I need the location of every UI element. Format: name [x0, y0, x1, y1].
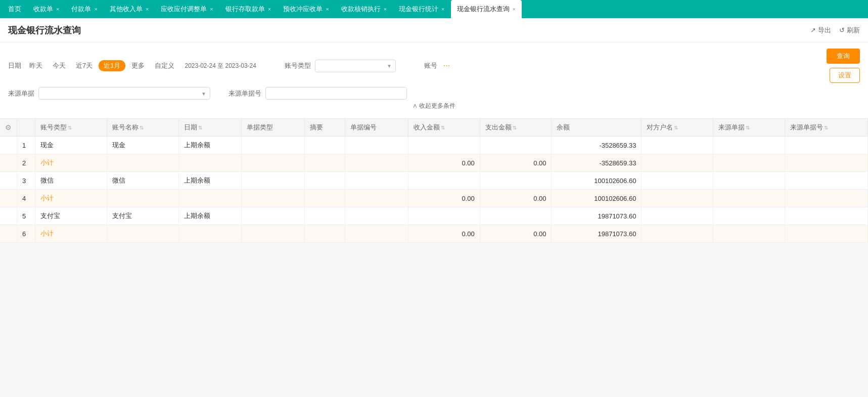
nav-cash-stats[interactable]: 现金银行统计 × — [393, 0, 450, 18]
nav-bank-deposit[interactable]: 银行存取款单 × — [219, 0, 277, 18]
collapse-row[interactable]: ∧ 收起更多条件 — [8, 100, 860, 112]
cell-doc-no — [345, 172, 408, 190]
close-icon[interactable]: × — [210, 6, 213, 12]
close-icon[interactable]: × — [94, 6, 97, 12]
cell-no: 6 — [17, 225, 35, 243]
cell-no: 1 — [17, 137, 35, 154]
col-account-type[interactable]: 账号类型⇅ — [35, 119, 107, 137]
cell-doc-type — [242, 190, 305, 207]
cell-expense — [480, 137, 552, 154]
cell-summary — [304, 137, 345, 154]
close-icon[interactable]: × — [268, 6, 271, 12]
filter-row-2: 来源单据 来源单据号 — [8, 87, 860, 100]
account-label: 账号 — [424, 61, 437, 70]
cell-settings — [0, 137, 17, 154]
query-button[interactable]: 查询 — [827, 49, 860, 64]
cell-date: 上期余额 — [178, 207, 242, 225]
cell-date — [178, 154, 242, 172]
close-icon[interactable]: × — [56, 6, 59, 12]
cell-date: 上期余额 — [178, 172, 242, 190]
filter-area: 日期 昨天 今天 近7天 近1月 更多 自定义 2023-02-24 至 202… — [0, 42, 868, 119]
cell-settings — [0, 207, 17, 225]
col-source-doc-no[interactable]: 来源单据号⇅ — [785, 119, 867, 137]
source-doc-label: 来源单据 — [8, 89, 34, 98]
cell-expense: 0.00 — [480, 154, 552, 172]
cell-account-type: 现金 — [35, 137, 107, 154]
cell-income — [408, 207, 480, 225]
account-type-select-wrapper — [315, 60, 396, 72]
cell-account-type: 小计 — [35, 225, 107, 243]
cell-expense: 0.00 — [480, 190, 552, 207]
nav-cash-flow[interactable]: 现金银行流水查询 × — [451, 0, 522, 18]
date-option-custom[interactable]: 自定义 — [151, 60, 178, 71]
chevron-up-icon: ∧ — [413, 102, 418, 109]
export-button[interactable]: ↗ 导出 — [810, 26, 831, 35]
gear-icon[interactable]: ⚙ — [5, 123, 12, 131]
col-account-name[interactable]: 账号名称⇅ — [107, 119, 178, 137]
nav-receipt[interactable]: 收款单 × — [27, 0, 65, 18]
cell-source-doc-no — [785, 190, 867, 207]
col-source-doc[interactable]: 来源单据⇅ — [713, 119, 785, 137]
nav-collection[interactable]: 收款核销执行 × — [335, 0, 393, 18]
cell-source-doc-no — [785, 154, 867, 172]
nav-other-income[interactable]: 其他收入单 × — [104, 0, 155, 18]
cell-balance: 100102606.60 — [552, 190, 642, 207]
page-title: 现金银行流水查询 — [8, 24, 81, 36]
col-income[interactable]: 收入金额⇅ — [408, 119, 480, 137]
cell-doc-no — [345, 137, 408, 154]
cell-date: 上期余额 — [178, 137, 242, 154]
refresh-button[interactable]: ↺ 刷新 — [839, 26, 860, 35]
cell-summary — [304, 154, 345, 172]
date-label: 日期 — [8, 61, 21, 70]
cell-source-doc — [713, 207, 785, 225]
nav-payment[interactable]: 付款单 × — [65, 0, 103, 18]
close-icon[interactable]: × — [384, 6, 387, 12]
col-counterparty[interactable]: 对方户名⇅ — [642, 119, 713, 137]
date-option-7days[interactable]: 近7天 — [72, 60, 97, 71]
col-expense[interactable]: 支出金额⇅ — [480, 119, 552, 137]
date-filter-group: 日期 昨天 今天 近7天 近1月 更多 自定义 2023-02-24 至 202… — [8, 60, 256, 71]
top-nav: 首页 收款单 × 付款单 × 其他收入单 × 应收应付调整单 × 银行存取款单 … — [0, 0, 868, 18]
close-icon[interactable]: × — [326, 6, 329, 12]
date-option-today[interactable]: 今天 — [49, 60, 70, 71]
cell-date — [178, 225, 242, 243]
source-doc-no-input[interactable] — [265, 87, 407, 100]
cell-doc-type — [242, 137, 305, 154]
nav-advance[interactable]: 预收冲应收单 × — [277, 0, 335, 18]
cell-summary — [304, 207, 345, 225]
cell-expense — [480, 172, 552, 190]
data-table: ⚙ 账号类型⇅ 账号名称⇅ 日期⇅ 单据类型 摘要 单据编号 收入金额⇅ — [0, 119, 868, 243]
refresh-icon: ↺ — [839, 26, 845, 34]
cell-account-name: 微信 — [107, 172, 178, 190]
cell-balance: -3528659.33 — [552, 154, 642, 172]
close-icon[interactable]: × — [146, 6, 149, 12]
cell-summary — [304, 190, 345, 207]
date-option-yesterday[interactable]: 昨天 — [25, 60, 47, 71]
cell-source-doc — [713, 154, 785, 172]
table-row: 4小计0.000.00100102606.60 — [0, 190, 868, 207]
settings-button[interactable]: 设置 — [830, 68, 860, 83]
account-dots-button[interactable]: ··· — [441, 61, 452, 70]
col-summary: 摘要 — [304, 119, 345, 137]
table-header-row: ⚙ 账号类型⇅ 账号名称⇅ 日期⇅ 单据类型 摘要 单据编号 收入金额⇅ — [0, 119, 868, 137]
source-doc-no-label: 来源单据号 — [229, 89, 261, 98]
cell-summary — [304, 172, 345, 190]
cell-account-name — [107, 154, 178, 172]
date-option-1month[interactable]: 近1月 — [99, 60, 125, 71]
col-date[interactable]: 日期⇅ — [178, 119, 242, 137]
cell-settings — [0, 172, 17, 190]
cell-source-doc-no — [785, 225, 867, 243]
cell-counterparty — [642, 207, 713, 225]
table-row: 2小计0.000.00-3528659.33 — [0, 154, 868, 172]
nav-ar-ap-adjust[interactable]: 应收应付调整单 × — [155, 0, 219, 18]
close-icon[interactable]: × — [441, 6, 444, 12]
cell-source-doc — [713, 225, 785, 243]
source-doc-select[interactable] — [38, 87, 210, 100]
account-type-select[interactable] — [315, 60, 396, 72]
close-icon[interactable]: × — [513, 6, 516, 12]
source-doc-no-filter-group: 来源单据号 — [229, 87, 407, 100]
date-option-more[interactable]: 更多 — [127, 60, 149, 71]
cell-no: 2 — [17, 154, 35, 172]
sort-icon: ⇅ — [513, 125, 517, 130]
nav-home[interactable]: 首页 — [2, 0, 27, 18]
